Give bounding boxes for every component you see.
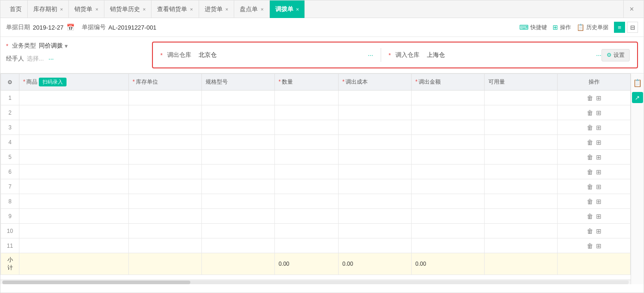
spec-cell[interactable] [201,194,274,209]
avail-cell[interactable] [485,165,558,179]
unit-cell[interactable] [128,105,201,120]
unit-cell[interactable] [128,135,201,150]
unit-cell[interactable] [128,238,201,253]
copy-icon[interactable]: ⊞ [596,183,601,190]
spec-cell[interactable] [201,238,274,253]
qty-cell[interactable] [274,194,338,209]
shortcuts-button[interactable]: ⌨ 快捷键 [519,24,547,31]
product-cell[interactable] [19,224,129,238]
product-cell[interactable] [19,135,129,150]
qty-cell[interactable] [274,165,338,179]
operations-button[interactable]: ⊞ 操作 [553,24,571,31]
delete-icon[interactable]: 🗑 [587,227,593,235]
amount-cell[interactable] [412,179,485,194]
cost-cell[interactable] [339,165,412,179]
cost-cell[interactable] [339,91,412,105]
copy-icon[interactable]: ⊞ [596,153,601,161]
business-type-dropdown-arrow[interactable]: ▾ [65,43,68,49]
spec-cell[interactable] [201,91,274,105]
history-button[interactable]: 📋 历史单据 [577,24,608,31]
spec-cell[interactable] [201,120,274,135]
amount-cell[interactable] [412,91,485,105]
delete-icon[interactable]: 🗑 [587,183,593,190]
bottom-scrollbar[interactable] [0,280,631,284]
product-cell[interactable] [19,150,129,165]
qty-cell[interactable] [274,91,338,105]
copy-icon[interactable]: ⊞ [596,109,601,116]
copy-icon[interactable]: ⊞ [596,198,601,205]
spec-cell[interactable] [201,105,274,120]
copy-icon[interactable]: ⊞ [596,139,601,146]
avail-cell[interactable] [485,150,558,165]
unit-cell[interactable] [128,209,201,224]
delete-icon[interactable]: 🗑 [587,124,593,131]
grid-view-button[interactable]: ⊟ [627,22,638,33]
avail-cell[interactable] [485,238,558,253]
spec-cell[interactable] [201,135,274,150]
cost-cell[interactable] [339,209,412,224]
scrollbar-thumb[interactable] [2,281,190,284]
business-type-select[interactable]: 同价调拨 ▾ [39,42,113,50]
spec-cell[interactable] [201,150,274,165]
avail-cell[interactable] [485,135,558,150]
qty-cell[interactable] [274,150,338,165]
avail-cell[interactable] [485,105,558,120]
delete-icon[interactable]: 🗑 [587,109,593,116]
close-window-button[interactable]: × [623,0,640,18]
person-more-button[interactable]: ··· [49,55,54,62]
amount-cell[interactable] [412,194,485,209]
product-cell[interactable] [19,238,129,253]
cost-cell[interactable] [339,224,412,238]
avail-cell[interactable] [485,224,558,238]
product-cell[interactable] [19,179,129,194]
product-cell[interactable] [19,209,129,224]
unit-cell[interactable] [128,120,201,135]
delete-icon[interactable]: 🗑 [587,213,593,220]
tab-sales-order-close[interactable]: × [95,6,98,12]
amount-cell[interactable] [412,135,485,150]
gear-icon[interactable]: ⚙ [7,79,12,85]
right-panel-export-icon[interactable]: ↗ [632,92,643,103]
amount-cell[interactable] [412,238,485,253]
cost-cell[interactable] [339,150,412,165]
product-cell[interactable] [19,105,129,120]
unit-cell[interactable] [128,150,201,165]
cost-cell[interactable] [339,135,412,150]
delete-icon[interactable]: 🗑 [587,94,593,102]
copy-icon[interactable]: ⊞ [596,213,601,220]
qty-cell[interactable] [274,105,338,120]
copy-icon[interactable]: ⊞ [596,227,601,235]
delete-icon[interactable]: 🗑 [587,198,593,205]
calendar-icon[interactable]: 📅 [67,24,74,31]
unit-cell[interactable] [128,179,201,194]
avail-cell[interactable] [485,120,558,135]
cost-cell[interactable] [339,179,412,194]
cost-cell[interactable] [339,194,412,209]
right-panel-note-icon[interactable]: 📋 [632,77,643,88]
copy-icon[interactable]: ⊞ [596,124,601,131]
tab-view-sales-close[interactable]: × [190,6,193,12]
product-cell[interactable] [19,194,129,209]
amount-cell[interactable] [412,224,485,238]
amount-cell[interactable] [412,150,485,165]
warehouse-out-more-button[interactable]: ··· [368,51,373,59]
avail-cell[interactable] [485,194,558,209]
cost-cell[interactable] [339,120,412,135]
spec-cell[interactable] [201,224,274,238]
tab-inventory-init-close[interactable]: × [60,6,63,12]
avail-cell[interactable] [485,179,558,194]
delete-icon[interactable]: 🗑 [587,168,593,176]
qty-cell[interactable] [274,224,338,238]
qty-cell[interactable] [274,209,338,224]
tab-inventory-init[interactable]: 库存期初 × [28,0,69,18]
delete-icon[interactable]: 🗑 [587,153,593,161]
amount-cell[interactable] [412,209,485,224]
table-container[interactable]: ⚙ *商品 扫码录入 库存单位 规格型号 数量 调出成本 调出金额 可用量 [0,73,631,280]
unit-cell[interactable] [128,224,201,238]
amount-cell[interactable] [412,105,485,120]
spec-cell[interactable] [201,209,274,224]
spec-cell[interactable] [201,165,274,179]
scan-button[interactable]: 扫码录入 [39,78,67,86]
unit-cell[interactable] [128,91,201,105]
copy-icon[interactable]: ⊞ [596,94,601,102]
